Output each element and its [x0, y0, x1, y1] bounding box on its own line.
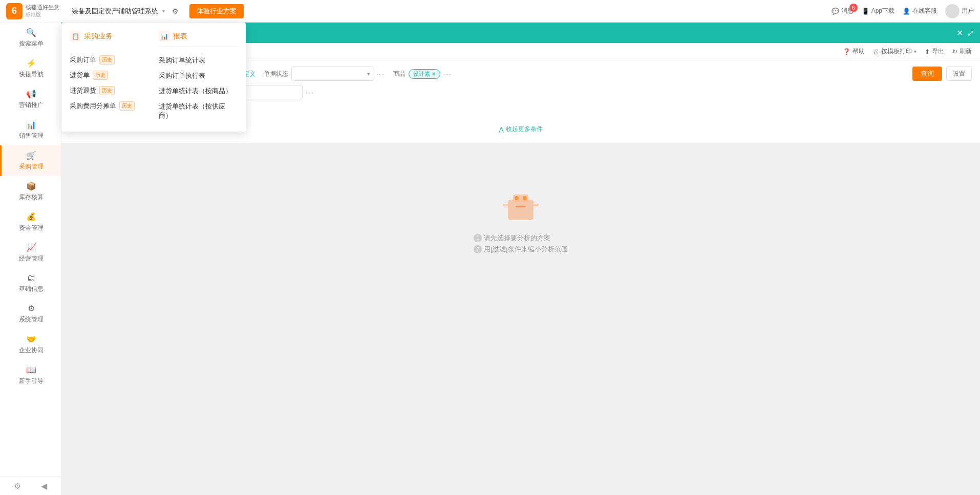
goods-more-icon[interactable]: ···	[443, 70, 452, 78]
stock-return-hist: 历史	[99, 86, 115, 95]
purchase-business-title: 📋 采购业务	[70, 31, 148, 46]
online-service-button[interactable]: 👤 在线客服	[903, 7, 937, 15]
menu-item-purchase-order[interactable]: 采购订单 历史	[70, 52, 148, 68]
print-icon: 🖨	[873, 48, 879, 55]
sales-icon: 📊	[26, 120, 36, 130]
purchase-cost-hist: 历史	[119, 101, 135, 111]
report-col: 📊 报表 采购订单统计表 采购订单执行表 进货单统计表（按商品） 进货单统计表（…	[159, 31, 238, 123]
tab-maximize-icon[interactable]: ⤢	[967, 28, 974, 38]
purchase-cost-label: 采购费用分摊单	[70, 101, 116, 111]
export-button[interactable]: ⬆ 导出	[925, 47, 944, 56]
svg-rect-0	[508, 200, 534, 220]
sidebar-item-inventory[interactable]: 📦 库存核算	[0, 176, 61, 207]
sidebar-item-cooperation[interactable]: 🤝 企业协同	[0, 329, 61, 360]
sidebar-item-finance[interactable]: 💰 资金管理	[0, 207, 61, 238]
order-stats-label: 采购订单统计表	[159, 56, 205, 65]
sidebar-label-inventory: 库存核算	[19, 193, 44, 202]
stock-in-label: 进货单	[70, 71, 90, 80]
salesperson-more-icon[interactable]: ···	[306, 89, 314, 96]
logo-line1: 畅捷通好生意	[26, 4, 59, 11]
menu-item-order-stats[interactable]: 采购订单统计表	[159, 53, 238, 68]
collapse-up-icon: ⋀	[499, 126, 504, 133]
report-title: 📊 报表	[159, 31, 238, 47]
goods-tag: 设计素 ✕	[409, 69, 440, 79]
purchase-order-hist: 历史	[99, 55, 115, 64]
menu-item-stock-in[interactable]: 进货单 历史	[70, 68, 148, 83]
stock-in-hist: 历史	[93, 71, 108, 80]
print-button[interactable]: 🖨 按模板打印 ▾	[873, 47, 917, 56]
refresh-button[interactable]: ↻ 刷新	[952, 47, 972, 56]
purchase-icon: 🛒	[26, 150, 36, 160]
status-select-wrap	[291, 67, 373, 81]
print-label: 按模板打印	[881, 47, 912, 56]
settings-icon[interactable]: ⚙	[169, 5, 181, 17]
settings-button[interactable]: 设置	[946, 67, 972, 81]
sidebar-item-quicknav[interactable]: ⚡ 快捷导航	[0, 53, 61, 84]
svg-rect-6	[532, 204, 539, 206]
purchase-business-col: 📋 采购业务 采购订单 历史 进货单 历史 进货退货 历史 采购费用分摊单 历史	[70, 31, 148, 123]
logo-text-block: 畅捷通好生意 标准版	[26, 4, 59, 18]
menu-item-order-exec[interactable]: 采购订单执行表	[159, 68, 238, 83]
tab-close-window-icon[interactable]: ✕	[956, 28, 963, 38]
header-right: 💬 消息 6 📱 App下载 👤 在线客服 用户	[832, 4, 974, 18]
sidebar-item-search[interactable]: 🔍 搜索菜单	[0, 23, 61, 53]
user-button[interactable]: 用户	[945, 4, 974, 18]
menu-item-stock-by-supplier[interactable]: 进货单统计表（按供应商）	[159, 99, 238, 123]
dropdown-arrow-icon[interactable]: ▾	[162, 8, 165, 14]
system-title: 装备及固定资产辅助管理系统	[72, 7, 158, 16]
sidebar-label-operations: 经营管理	[19, 254, 44, 263]
sidebar-collapse-btn[interactable]: ◀	[41, 481, 47, 491]
quicknav-icon: ⚡	[26, 58, 36, 68]
purchase-dropdown-menu: 📋 采购业务 采购订单 历史 进货单 历史 进货退货 历史 采购费用分摊单 历史…	[61, 23, 246, 132]
sidebar-label-purchase: 采购管理	[19, 162, 44, 171]
messages-button[interactable]: 💬 消息 6	[832, 7, 854, 15]
menu-item-stock-return[interactable]: 进货退货 历史	[70, 83, 148, 98]
logo-line2: 标准版	[26, 11, 59, 18]
sidebar: 🔍 搜索菜单 ⚡ 快捷导航 📢 营销推广 📊 销售管理 🛒 采购管理 📦 库存核…	[0, 23, 61, 495]
report-icon: 📊	[159, 31, 170, 42]
help-icon: ❓	[843, 48, 850, 55]
sidebar-item-guide[interactable]: 📖 新手引导	[0, 360, 61, 391]
stock-return-label: 进货退货	[70, 86, 96, 95]
step1-num: 1	[474, 234, 482, 242]
purchase-order-label: 采购订单	[70, 55, 96, 64]
sidebar-item-basic[interactable]: 🗂 基础信息	[0, 268, 61, 298]
sidebar-label-basic: 基础信息	[19, 285, 44, 293]
online-service-label: 在线客服	[912, 7, 937, 15]
sidebar-label-sales: 销售管理	[19, 132, 44, 140]
sidebar-item-system[interactable]: ⚙ 系统管理	[0, 298, 61, 329]
step2-num: 2	[474, 245, 482, 253]
goods-tag-close[interactable]: ✕	[432, 71, 436, 77]
basic-icon: 🗂	[27, 273, 35, 283]
avatar	[945, 4, 960, 18]
sidebar-settings-btn[interactable]: ⚙	[14, 481, 21, 491]
status-more-icon[interactable]: ···	[376, 70, 385, 78]
message-icon: 💬	[832, 8, 839, 15]
empty-state: 1 请先选择要分析的方案 2 用[过滤]条件来缩小分析范围	[61, 143, 980, 297]
status-select[interactable]	[291, 67, 373, 81]
menu-item-purchase-cost[interactable]: 采购费用分摊单 历史	[70, 98, 148, 114]
sidebar-item-sales[interactable]: 📊 销售管理	[0, 115, 61, 145]
inventory-icon: 📦	[26, 181, 36, 191]
sidebar-item-marketing[interactable]: 📢 营销推广	[0, 84, 61, 115]
purchase-business-icon: 📋	[70, 31, 81, 42]
report-label: 报表	[173, 32, 187, 41]
collapse-label: 收起更多条件	[506, 125, 543, 134]
sidebar-item-purchase[interactable]: 🛒 采购管理	[0, 145, 61, 176]
help-label: 帮助	[853, 47, 865, 56]
menu-item-stock-by-goods[interactable]: 进货单统计表（按商品）	[159, 83, 238, 99]
refresh-label: 刷新	[960, 47, 972, 56]
guide-icon: 📖	[26, 365, 36, 375]
system-icon: ⚙	[28, 304, 35, 313]
empty-illustration	[495, 184, 546, 225]
app-download-button[interactable]: 📱 App下载	[862, 7, 894, 15]
empty-text: 1 请先选择要分析的方案 2 用[过滤]条件来缩小分析范围	[474, 231, 567, 256]
query-button[interactable]: 查询	[912, 67, 942, 81]
sidebar-item-operations[interactable]: 📈 经营管理	[0, 238, 61, 268]
help-button[interactable]: ❓ 帮助	[843, 47, 865, 56]
finance-icon: 💰	[26, 212, 36, 222]
sidebar-label-search: 搜索菜单	[19, 39, 44, 48]
svg-rect-4	[516, 206, 526, 207]
stock-by-goods-label: 进货单统计表（按商品）	[159, 87, 232, 96]
industry-button[interactable]: 体验行业方案	[189, 4, 244, 18]
